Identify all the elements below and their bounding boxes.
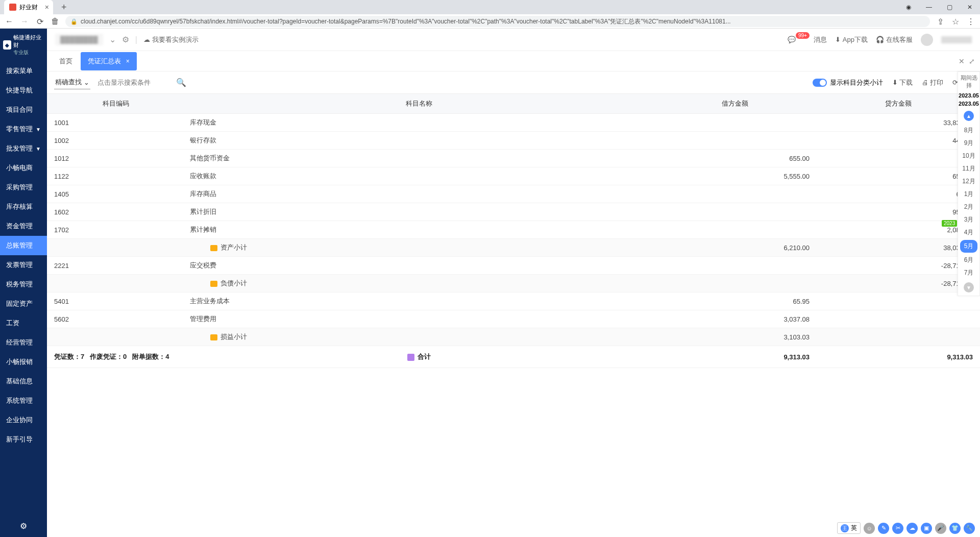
- incognito-icon[interactable]: ◉: [898, 0, 919, 14]
- period-end[interactable]: 2023.05: [958, 100, 979, 108]
- minimize-icon[interactable]: —: [919, 0, 939, 14]
- month-item[interactable]: 7月: [958, 266, 979, 279]
- scroll-down-icon[interactable]: ▼: [964, 282, 974, 292]
- sidebar-item[interactable]: 快捷导航: [0, 81, 47, 100]
- reload-icon[interactable]: ⟳: [35, 17, 45, 27]
- sidebar-item[interactable]: 系统管理: [0, 391, 47, 410]
- sidebar-item[interactable]: 基础信息: [0, 372, 47, 391]
- sidebar-item[interactable]: 税务管理: [0, 275, 47, 294]
- tool-cut-icon[interactable]: ✂: [892, 523, 903, 534]
- filter-mode[interactable]: 精确查找 ⌄: [54, 76, 90, 89]
- month-item[interactable]: 10月: [958, 150, 979, 162]
- sidebar-item[interactable]: 批发管理▼: [0, 139, 47, 158]
- forward-icon[interactable]: →: [19, 17, 30, 26]
- print-button[interactable]: 🖨打印: [922, 78, 943, 87]
- tab-voucher-total[interactable]: 凭证汇总表 ×: [81, 52, 137, 70]
- month-item[interactable]: 3月: [958, 213, 979, 226]
- month-item[interactable]: 5月: [960, 240, 977, 253]
- sidebar-item[interactable]: 固定资产: [0, 294, 47, 313]
- tab-home[interactable]: 首页: [52, 52, 80, 70]
- sidebar-item[interactable]: 项目合同: [0, 100, 47, 119]
- toggle-subtotal[interactable]: 显示科目分类小计: [813, 78, 883, 87]
- close-all-icon[interactable]: ✕: [959, 57, 965, 65]
- close-window-icon[interactable]: ✕: [960, 0, 980, 14]
- month-item[interactable]: 12月: [958, 175, 979, 188]
- browser-tab[interactable]: 好业财 ×: [4, 0, 53, 14]
- table-row[interactable]: 资产小计6,210.0038,033.01: [47, 239, 980, 257]
- expand-icon[interactable]: ⤢: [969, 57, 975, 65]
- toggle-switch[interactable]: [813, 79, 827, 87]
- close-icon[interactable]: ×: [45, 3, 49, 11]
- settings-icon[interactable]: ⚙: [0, 515, 47, 537]
- table-row[interactable]: 1405库存商品65.95: [47, 185, 980, 203]
- tool-wrench-icon[interactable]: 🔧: [964, 523, 975, 534]
- tool-image-icon[interactable]: ▣: [921, 523, 932, 534]
- folder-icon: [210, 334, 217, 340]
- tool-shirt-icon[interactable]: 👕: [949, 523, 961, 534]
- sidebar-item[interactable]: 小畅报销: [0, 352, 47, 372]
- sidebar-item[interactable]: 库存核算: [0, 197, 47, 216]
- sidebar-item[interactable]: 资金管理: [0, 216, 47, 236]
- sidebar-item[interactable]: 采购管理: [0, 178, 47, 197]
- ime-toolbar: 王 英 ☺ ✎ ✂ ☁ ▣ 🎤 👕 🔧: [837, 522, 975, 534]
- table-row[interactable]: 5602管理费用3,037.08: [47, 310, 980, 328]
- star-icon[interactable]: ☆: [950, 17, 961, 27]
- menu-icon[interactable]: ⋮: [966, 17, 976, 27]
- table-row[interactable]: 1002银行存款444.00: [47, 132, 980, 150]
- download-button[interactable]: ⬇下载: [892, 78, 913, 87]
- table-row[interactable]: 损益小计3,103.03: [47, 328, 980, 346]
- month-item[interactable]: 4月: [958, 226, 979, 239]
- avatar[interactable]: [921, 34, 933, 46]
- month-item[interactable]: 8月: [958, 124, 979, 137]
- sidebar-item[interactable]: 新手引导: [0, 430, 47, 449]
- messages-link[interactable]: 💬 99+ 消息: [788, 35, 827, 44]
- download-icon: ⬇: [892, 79, 898, 86]
- maximize-icon[interactable]: ▢: [939, 0, 960, 14]
- back-icon[interactable]: ←: [4, 17, 14, 26]
- gear-icon[interactable]: ⚙: [122, 35, 129, 44]
- period-title: 期间选择: [958, 72, 979, 91]
- scroll-up-icon[interactable]: ▲: [964, 111, 974, 121]
- delete-icon[interactable]: 🗑: [50, 17, 60, 26]
- chevron-down-icon[interactable]: ⌄: [109, 35, 116, 44]
- tool-edit-icon[interactable]: ✎: [878, 523, 889, 534]
- table-row[interactable]: 2221应交税费-28,719.98: [47, 257, 980, 275]
- sidebar-item[interactable]: 企业协同: [0, 410, 47, 430]
- sidebar-item[interactable]: 搜索菜单: [0, 61, 47, 81]
- close-tab-icon[interactable]: ×: [126, 58, 130, 65]
- tool-cloud-icon[interactable]: ☁: [906, 523, 918, 534]
- month-item[interactable]: 6月: [958, 254, 979, 266]
- month-item[interactable]: 11月: [958, 162, 979, 175]
- table-row[interactable]: 5401主营业务成本65.95: [47, 292, 980, 310]
- search-icon[interactable]: 🔍: [176, 78, 186, 87]
- sidebar-item[interactable]: 发票管理: [0, 255, 47, 275]
- sidebar-item[interactable]: 经营管理: [0, 333, 47, 352]
- tool-smile-icon[interactable]: ☺: [864, 523, 875, 534]
- month-item[interactable]: 2月: [958, 201, 979, 213]
- ime-indicator[interactable]: 王 英: [837, 522, 861, 534]
- sidebar-item[interactable]: 小畅电商: [0, 158, 47, 178]
- month-item[interactable]: 9月: [958, 137, 979, 150]
- table-row[interactable]: 1012其他货币资金655.00: [47, 150, 980, 167]
- demo-link[interactable]: ☁ 我要看实例演示: [143, 35, 199, 44]
- table-row[interactable]: 1001库存现金33,830.98: [47, 114, 980, 132]
- table-row[interactable]: 1602累计折旧953.75: [47, 203, 980, 221]
- table-row[interactable]: 负债小计-28,719.98: [47, 275, 980, 292]
- sidebar-item[interactable]: 工资: [0, 313, 47, 333]
- search-input[interactable]: [97, 79, 169, 86]
- new-tab-button[interactable]: +: [57, 2, 71, 13]
- support-link[interactable]: 🎧 在线客服: [876, 35, 913, 44]
- address-bar[interactable]: 🔒 cloud.chanjet.com/cc/u6d89qwnryel/57bf…: [65, 16, 930, 27]
- print-icon: 🖨: [922, 79, 928, 86]
- month-item[interactable]: 1月: [958, 188, 979, 201]
- sidebar-item[interactable]: 总账管理: [0, 236, 47, 255]
- org-selector[interactable]: ████████: [55, 34, 103, 45]
- table-row[interactable]: 1702累计摊销2,083.33: [47, 221, 980, 239]
- period-start[interactable]: 2023.05: [958, 91, 979, 100]
- sidebar: ◆ 畅捷通好业财 专业版 搜索菜单快捷导航项目合同零售管理▼批发管理▼小畅电商采…: [0, 29, 47, 537]
- sidebar-item[interactable]: 零售管理▼: [0, 119, 47, 139]
- table-row[interactable]: 1122应收账款5,555.00655.00: [47, 167, 980, 185]
- app-download-link[interactable]: ⬇ App下载: [835, 35, 868, 44]
- share-icon[interactable]: ⇪: [935, 17, 945, 27]
- tool-mic-icon[interactable]: 🎤: [935, 523, 946, 534]
